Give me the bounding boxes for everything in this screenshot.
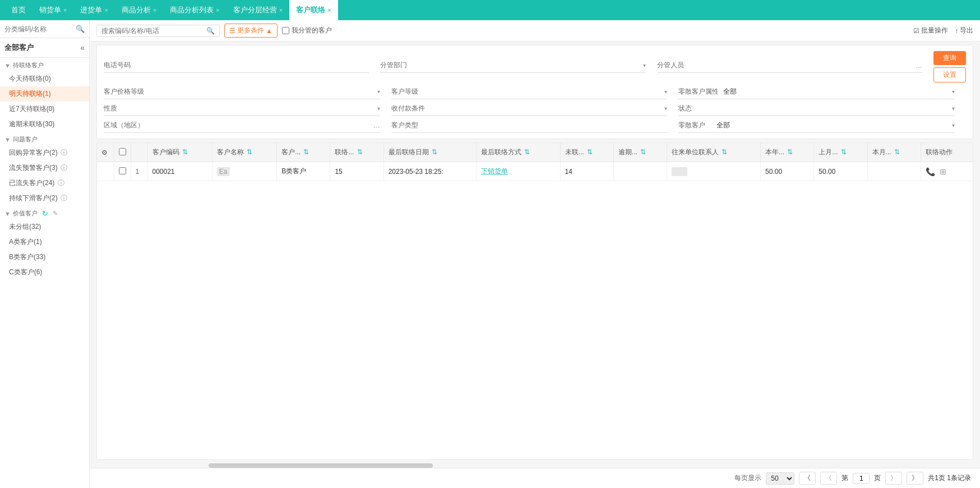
total-records: 共1页 1条记录 [928, 473, 971, 483]
nature-arrow-icon: ▾ [377, 105, 380, 112]
nav-close-product-analysis[interactable]: × [153, 7, 156, 13]
sort-last-contact-date-icon: ⇅ [432, 148, 437, 156]
row-checkbox-cell[interactable] [114, 162, 131, 181]
sidebar-all-customers[interactable]: 全部客户 « [0, 38, 89, 58]
search-box: 🔍 [96, 25, 220, 37]
sidebar-item-today-pending[interactable]: 今天待联络(0) [0, 71, 89, 86]
nav-purchase-order[interactable]: 进货单 × [73, 0, 114, 20]
sidebar-item-type-c[interactable]: C类客户(6) [0, 265, 89, 280]
nav-product-analysis[interactable]: 商品分析 × [115, 0, 163, 20]
page-size-select[interactable]: 50 10 20 100 [766, 472, 794, 485]
repurchase-info-icon: ⓘ [61, 149, 67, 156]
th-contacts[interactable]: 联络... ⇅ [330, 143, 383, 162]
th-this-month[interactable]: 本月... ⇅ [867, 143, 921, 162]
search-input[interactable] [101, 27, 204, 35]
sidebar-pending-group[interactable]: ▼ 待联络客户 [0, 58, 89, 71]
th-customer-type[interactable]: 客户... ⇅ [277, 143, 330, 162]
filter-retail-attr: 零散客户属性 全部 ▾ [678, 87, 955, 99]
sidebar-item-7days-pending[interactable]: 近7天待联络(0) [0, 102, 89, 117]
row-checkbox[interactable] [119, 167, 126, 174]
pending-arrow-icon: ▼ [4, 62, 11, 69]
th-uncontacted[interactable]: 未联... ⇅ [560, 143, 613, 162]
last-contact-method-link[interactable]: 下销货单 [481, 167, 508, 175]
th-overdue[interactable]: 逾期... ⇅ [613, 143, 667, 162]
action-phone-icon[interactable]: 📞 [926, 167, 935, 176]
filter-manager: 分管人员 … [657, 61, 922, 73]
sidebar-item-churned[interactable]: 已流失客户(24) ⓘ [0, 176, 89, 191]
th-contact-person[interactable]: 往来单位联系人 ⇅ [667, 143, 761, 162]
next-page-btn[interactable]: 〉 [885, 472, 902, 485]
nav-close-customer-contact[interactable]: × [327, 7, 331, 13]
value-edit-icon[interactable]: ✎ [53, 210, 58, 217]
problem-arrow-icon: ▼ [4, 136, 11, 143]
sort-overdue-icon: ⇅ [640, 148, 646, 156]
th-last-contact-method[interactable]: 最后联络方式 ⇅ [476, 143, 560, 162]
retail-attr-value: 全部 [723, 87, 950, 96]
th-checkbox[interactable] [114, 143, 131, 162]
sidebar-item-overdue-contact[interactable]: 逾期未联络(30) [0, 117, 89, 132]
more-conditions-btn[interactable]: ☰ 更多条件 ▲ [224, 24, 278, 38]
th-last-month[interactable]: 上月... ⇅ [814, 143, 867, 162]
batch-operation-btn[interactable]: ☑ 批量操作 [913, 26, 948, 35]
nav-close-purchase-order[interactable]: × [104, 7, 108, 13]
churned-info-icon: ⓘ [58, 179, 64, 187]
export-btn[interactable]: ↑ 导出 [955, 26, 973, 35]
sidebar-item-churn-warning[interactable]: 流失预警客户(3) ⓘ [0, 160, 89, 176]
sidebar-collapse-icon[interactable]: « [80, 43, 85, 52]
row-code-cell: 000021 [147, 162, 212, 181]
prev-page-btn[interactable]: 〈 [820, 472, 837, 485]
th-this-year[interactable]: 本年... ⇅ [761, 143, 814, 162]
horizontal-scrollbar[interactable] [96, 463, 973, 468]
scrollbar-thumb[interactable] [209, 463, 433, 468]
sidebar-problem-group[interactable]: ▼ 问题客户 [0, 132, 89, 145]
content-area: 🔍 ☰ 更多条件 ▲ 我分管的客户 ☑ 批量操作 ↑ 导出 [90, 20, 980, 488]
nav-home[interactable]: 首页 [4, 0, 33, 20]
page-number-input[interactable] [853, 473, 870, 484]
dept-arrow-icon: ▾ [643, 62, 646, 68]
nav-product-analysis-list[interactable]: 商品分析列表 × [163, 0, 226, 20]
sort-uncontacted-icon: ⇅ [587, 148, 593, 156]
setting-button[interactable]: 设置 [933, 67, 966, 82]
row-contacts-cell: 15 [330, 162, 383, 181]
sidebar-item-ungrouped[interactable]: 未分组(32) [0, 219, 89, 234]
search-icon[interactable]: 🔍 [206, 27, 215, 35]
th-customer-name[interactable]: 客户名称 ⇅ [212, 143, 276, 162]
page-size-label: 每页显示 [734, 473, 761, 483]
problem-group-label: 问题客户 [13, 135, 38, 144]
filter-retail: 零散客户 全部 ▾ [678, 121, 955, 133]
action-grid-icon[interactable]: ⊞ [940, 167, 946, 176]
filter-nature: 性质 ▾ [104, 104, 380, 116]
first-page-btn[interactable]: 《 [799, 472, 816, 485]
region-label: 区域（地区） [104, 121, 144, 130]
nav-sales-order[interactable]: 销货单 × [33, 0, 73, 20]
th-customer-code[interactable]: 客户编码 ⇅ [147, 143, 212, 162]
filter-payment: 收付款条件 ▾ [391, 104, 668, 116]
value-refresh-icon[interactable]: ↻ [42, 209, 48, 218]
my-customers-checkbox[interactable] [282, 27, 289, 34]
nav-close-product-analysis-list[interactable]: × [216, 7, 219, 13]
nav-close-sales-order[interactable]: × [63, 7, 67, 13]
phone-label: 电话号码 [104, 61, 137, 70]
sidebar-item-repurchase-anomaly[interactable]: 回购异常客户(2) ⓘ [0, 145, 89, 160]
sidebar-search-input[interactable] [4, 25, 76, 33]
sidebar-value-group[interactable]: ▼ 价值客户 ↻ ✎ [0, 206, 89, 219]
last-page-btn[interactable]: 》 [907, 472, 923, 485]
select-all-checkbox[interactable] [119, 148, 126, 155]
sidebar-item-type-b[interactable]: B类客户(33) [0, 250, 89, 265]
nav-customer-segmentation[interactable]: 客户分层经营 × [226, 0, 289, 20]
nav-customer-contact[interactable]: 客户联络 × [289, 0, 338, 20]
row-this-year-cell: 50.00 [761, 162, 814, 181]
sidebar-item-tomorrow-pending[interactable]: 明天待联络(1) [0, 86, 89, 102]
row-overdue-cell [613, 162, 667, 181]
sidebar-item-declining[interactable]: 持续下滑客户(2) ⓘ [0, 191, 89, 206]
row-last-contact-method-cell[interactable]: 下销货单 [476, 162, 560, 181]
query-button[interactable]: 查询 [933, 51, 966, 65]
sidebar: 🔍 全部客户 « ▼ 待联络客户 今天待联络(0) 明天待联络(1) 近7天待联… [0, 20, 90, 488]
th-last-contact-date[interactable]: 最后联络日期 ⇅ [383, 143, 476, 162]
sidebar-item-type-a[interactable]: A类客户(1) [0, 234, 89, 250]
nav-close-customer-segmentation[interactable]: × [279, 7, 283, 13]
th-settings[interactable]: ⚙ [97, 143, 114, 162]
toolbar-right: ☑ 批量操作 ↑ 导出 [913, 26, 973, 35]
manager-dots-icon: … [916, 62, 922, 70]
sort-customer-type-icon: ⇅ [303, 148, 309, 156]
